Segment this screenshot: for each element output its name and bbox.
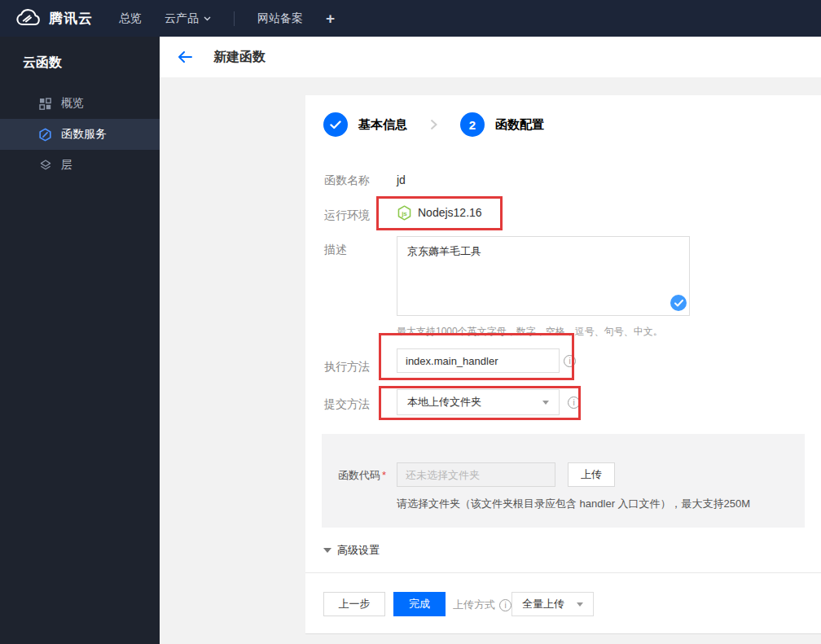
submit-method-select[interactable]: 本地上传文件夹: [397, 389, 560, 415]
step2-number-circle: 2: [460, 112, 485, 137]
handler-info-icon[interactable]: [564, 355, 576, 367]
page-header: 新建函数: [160, 37, 821, 77]
back-button[interactable]: [174, 46, 195, 68]
triangle-down-icon: [323, 548, 331, 553]
step-chevron-icon: [430, 119, 437, 130]
valid-check-icon: [670, 295, 687, 311]
step-indicator: 基本信息 2 函数配置: [323, 112, 544, 137]
sidebar-item-overview[interactable]: 概览: [0, 88, 160, 119]
cloud-logo-icon: [15, 9, 41, 28]
sidebar-title: 云函数: [0, 37, 160, 72]
nav-add-tab-button[interactable]: +: [326, 10, 335, 28]
top-nav: 腾讯云 总览 云产品 网站备案 +: [0, 0, 821, 37]
scf-hexagon-icon: [38, 128, 52, 142]
caret-down-icon: [577, 602, 583, 607]
function-name-label: 函数名称: [324, 173, 370, 188]
upload-mode-info-icon[interactable]: [499, 599, 511, 611]
page-title: 新建函数: [213, 49, 266, 66]
nodejs-icon: js: [397, 205, 411, 221]
description-helper: 最大支持1000个英文字母，数字，空格，逗号、句号、中文。: [397, 325, 663, 339]
submit-method-label: 提交方法: [324, 397, 370, 412]
handler-input[interactable]: [397, 348, 560, 373]
sidebar-item-function-service[interactable]: 函数服务: [0, 119, 160, 150]
runtime-value: js Nodejs12.16: [397, 202, 482, 223]
description-textarea[interactable]: 京东薅羊毛工具: [397, 236, 690, 316]
sidebar: 云函数 概览: [0, 37, 160, 644]
brand-name: 腾讯云: [49, 9, 93, 28]
advanced-settings-toggle[interactable]: 高级设置: [323, 543, 380, 558]
layers-icon: [38, 159, 52, 173]
top-nav-items: 总览 云产品 网站备案 +: [119, 10, 358, 28]
submit-method-info-icon[interactable]: [568, 396, 580, 409]
folder-path-input[interactable]: [397, 462, 555, 487]
function-code-label-text: 函数代码: [338, 469, 380, 481]
upload-mode-label-text: 上传方式: [453, 598, 495, 612]
step2-label: 函数配置: [495, 117, 544, 133]
app-root: 腾讯云 总览 云产品 网站备案 + 云函数: [0, 0, 821, 644]
submit-method-value: 本地上传文件夹: [407, 395, 481, 410]
previous-step-button[interactable]: 上一步: [323, 592, 385, 616]
runtime-text: Nodejs12.16: [418, 206, 482, 219]
sidebar-item-label: 层: [61, 158, 72, 173]
nav-divider: [234, 11, 235, 26]
function-code-helper: 请选择文件夹（该文件夹根目录应包含 handler 入口文件），最大支持250M: [397, 497, 750, 511]
function-name-value: jd: [397, 173, 406, 186]
nav-item-cloud-products[interactable]: 云产品: [165, 11, 211, 26]
svg-text:js: js: [401, 209, 407, 217]
sidebar-item-layers[interactable]: 层: [0, 150, 160, 181]
description-label: 描述: [324, 243, 347, 257]
function-code-section: 函数代码* 上传 请选择文件夹（该文件夹根目录应包含 handler 入口文件）…: [322, 434, 805, 528]
upload-mode-label: 上传方式: [453, 598, 511, 612]
grid-icon: [38, 97, 52, 111]
sidebar-items: 概览 函数服务 层: [0, 88, 160, 181]
step1-done-circle: [323, 112, 348, 137]
upload-mode-select[interactable]: 全量上传: [511, 592, 594, 616]
upload-mode-value: 全量上传: [522, 597, 564, 611]
chevron-down-icon: [204, 16, 211, 21]
sidebar-item-label: 函数服务: [61, 127, 107, 142]
function-code-label: 函数代码*: [338, 468, 386, 483]
nav-item-overview[interactable]: 总览: [119, 11, 142, 26]
upload-button[interactable]: 上传: [568, 462, 615, 487]
check-icon: [330, 120, 341, 129]
tencent-cloud-logo[interactable]: 腾讯云: [0, 9, 93, 28]
create-function-panel: 基本信息 2 函数配置 函数名称 jd 运行环境 js Nodejs12: [305, 95, 821, 634]
required-mark: *: [382, 469, 386, 481]
nav-item-cloud-products-label: 云产品: [165, 11, 199, 26]
caret-down-icon: [542, 401, 549, 405]
runtime-label: 运行环境: [324, 208, 370, 223]
handler-label: 执行方法: [324, 360, 370, 375]
finish-button[interactable]: 完成: [393, 592, 446, 616]
sidebar-item-label: 概览: [61, 96, 84, 111]
nav-item-website-filing[interactable]: 网站备案: [257, 11, 303, 26]
arrow-left-icon: [178, 51, 192, 63]
advanced-settings-label: 高级设置: [337, 543, 380, 558]
step1-label: 基本信息: [358, 117, 407, 133]
footer-divider: [305, 572, 821, 573]
main-content: 新建函数 基本信息 2 函数配置 函数名称: [160, 37, 821, 644]
